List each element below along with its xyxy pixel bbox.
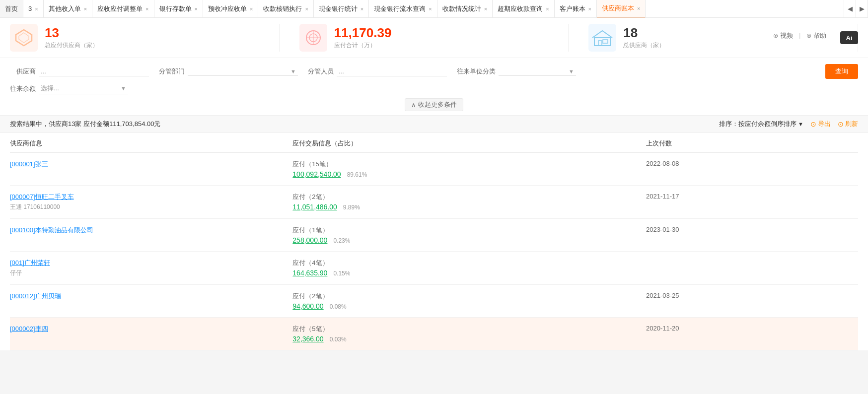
help-link[interactable]: ⊙ 帮助 <box>806 31 826 44</box>
tx-percent: 89.61% <box>347 171 367 178</box>
nav-tab-cash-bank-flow-close[interactable]: × <box>429 6 432 12</box>
nav-tab-customer-ledger[interactable]: 客户账本 × <box>555 0 597 18</box>
tx-amount[interactable]: 32,366.00 <box>292 335 323 343</box>
last-pay-cell: 2020-11-20 <box>646 325 858 332</box>
video-link[interactable]: ⊙ 视频 <box>773 31 793 44</box>
tx-amount[interactable]: 258,000.00 <box>292 236 327 244</box>
nav-tab-other-income[interactable]: 其他收入单 × <box>44 0 92 18</box>
search-button[interactable]: 查询 <box>825 64 858 79</box>
person-input-placeholder: ... <box>339 67 344 75</box>
nav-tab-supplier-ledger-close[interactable]: × <box>637 5 640 11</box>
svg-rect-8 <box>603 40 608 43</box>
stat-value-payable-suppliers: 13 <box>45 26 98 40</box>
tx-percent: 0.23% <box>333 237 350 244</box>
category-select[interactable]: ▼ <box>499 67 576 76</box>
supplier-link[interactable]: [001]广州荣轩 <box>10 259 50 266</box>
tx-percent: 0.15% <box>333 270 350 277</box>
filter-row-1: 供应商 ... 分管部门 ▼ 分管人员 ... 往来单位分类 <box>10 64 858 79</box>
nav-tab-home[interactable]: 首页 <box>0 0 23 18</box>
nav-tab-home-label: 首页 <box>5 4 18 13</box>
supplier-sub: 仔仔 <box>10 269 292 277</box>
dept-filter-label: 分管部门 <box>159 67 185 76</box>
nav-tab-3[interactable]: 3 × <box>23 0 44 18</box>
transaction-cell: 应付（15笔） 100,092,540.00 89.61% <box>292 160 646 178</box>
table-row: [000001]张三 应付（15笔） 100,092,540.00 89.61%… <box>10 153 858 186</box>
table-container: 供应商信息 应付交易信息（占比） 上次付数 [000001]张三 应付（15笔）… <box>0 133 868 350</box>
nav-tab-prepay-ar-close[interactable]: × <box>250 6 253 12</box>
nav-tab-other-income-close[interactable]: × <box>84 6 87 12</box>
stat-icon-grain <box>299 24 327 52</box>
nav-tab-overdue-ar-close[interactable]: × <box>546 6 549 12</box>
last-pay-date: 2022-08-08 <box>646 160 679 167</box>
nav-tab-ar-ap-adjust-label: 应收应付调整单 <box>97 4 143 13</box>
supplier-link[interactable]: [000100]本特勤油品有限公司 <box>10 226 93 234</box>
tx-percent: 0.03% <box>330 336 347 343</box>
table-row: [000007]恒旺二手叉车 王通 17106110000 应付（2笔） 11,… <box>10 186 858 219</box>
supplier-link[interactable]: [000012]广州贝瑞 <box>10 292 61 300</box>
table-row: [000002]李四 应付（5笔） 32,366.00 0.03% 2020-1… <box>10 318 858 350</box>
stat-info-total-suppliers: 18 总供应商（家） <box>623 26 665 50</box>
nav-tab-ar-ap-adjust-close[interactable]: × <box>145 6 148 12</box>
last-pay-cell: 2023-01-30 <box>646 226 858 233</box>
dept-chevron-icon: ▼ <box>290 68 296 74</box>
refresh-label: 刷新 <box>845 120 858 129</box>
col-header-transaction: 应付交易信息（占比） <box>292 139 646 148</box>
refresh-button[interactable]: ⊙ 刷新 <box>838 120 858 129</box>
nav-tab-bank-deposit[interactable]: 银行存款单 × <box>154 0 203 18</box>
supplier-link[interactable]: [000002]李四 <box>10 325 48 332</box>
tx-amount-row: 258,000.00 0.23% <box>292 235 646 244</box>
col-header-last-pay: 上次付数 <box>646 139 858 148</box>
dept-select[interactable]: ▼ <box>188 67 298 76</box>
supplier-info-cell: [000007]恒旺二手叉车 王通 17106110000 <box>10 193 292 211</box>
nav-tab-receipt-stat-label: 收款情况统计 <box>442 4 481 13</box>
supplier-info-cell: [000002]李四 <box>10 325 292 333</box>
nav-tab-bank-deposit-close[interactable]: × <box>195 6 198 12</box>
table-body: [000001]张三 应付（15笔） 100,092,540.00 89.61%… <box>10 153 858 350</box>
nav-tab-cash-bank-stat[interactable]: 现金银行统计 × <box>314 0 369 18</box>
category-chevron-icon: ▼ <box>569 68 574 74</box>
nav-next-arrow[interactable]: ▶ <box>856 0 868 18</box>
nav-prev-arrow[interactable]: ◀ <box>844 0 856 18</box>
nav-tab-receipt-verify-close[interactable]: × <box>305 6 308 12</box>
supplier-link[interactable]: [000001]张三 <box>10 160 48 168</box>
tx-amount[interactable]: 164,635.90 <box>292 269 327 277</box>
supplier-link[interactable]: [000007]恒旺二手叉车 <box>10 193 74 200</box>
nav-tab-customer-ledger-close[interactable]: × <box>588 6 591 12</box>
stats-bar: 13 总应付供应商（家） 11,170.39 应付合计（万） <box>0 18 868 58</box>
tx-amount-row: 100,092,540.00 89.61% <box>292 169 646 178</box>
tx-amount[interactable]: 100,092,540.00 <box>292 170 341 178</box>
stat-icon-store <box>588 24 616 52</box>
category-filter-label: 往来单位分类 <box>457 67 496 76</box>
nav-tab-overdue-ar[interactable]: 超期应收款查询 × <box>493 0 554 18</box>
collapse-button[interactable]: ∧ 收起更多条件 <box>405 98 463 111</box>
filter-item-supplier: 供应商 ... <box>10 66 149 76</box>
nav-tab-ar-ap-adjust[interactable]: 应收应付调整单 × <box>92 0 154 18</box>
tx-label: 应付（15笔） <box>292 160 646 169</box>
supplier-filter-label: 供应商 <box>10 67 36 76</box>
nav-tab-overdue-ar-label: 超期应收款查询 <box>498 4 543 13</box>
nav-tab-receipt-stat[interactable]: 收款情况统计 × <box>437 0 493 18</box>
person-input[interactable] <box>344 67 445 75</box>
nav-tab-bank-deposit-label: 银行存款单 <box>159 4 192 13</box>
last-pay-date: 2021-11-17 <box>646 193 679 200</box>
nav-tab-cash-bank-flow[interactable]: 现金银行流水查询 × <box>369 0 437 18</box>
stat-label-payable-amount: 应付合计（万） <box>334 41 392 50</box>
tx-label: 应付（4笔） <box>292 259 646 267</box>
nav-tab-prepay-ar[interactable]: 预收冲应收单 × <box>203 0 258 18</box>
balance-placeholder: 选择... <box>41 84 59 93</box>
sort-button[interactable]: 排序：按应付余额倒序排序 ▼ <box>719 120 803 129</box>
nav-tab-cash-bank-stat-close[interactable]: × <box>361 6 363 12</box>
nav-tab-receipt-stat-close[interactable]: × <box>484 6 487 12</box>
tx-amount[interactable]: 94,600.00 <box>292 302 323 310</box>
nav-tab-3-close[interactable]: × <box>35 6 38 12</box>
export-button[interactable]: ⊙ 导出 <box>810 120 831 129</box>
tx-amount[interactable]: 11,051,486.00 <box>292 203 337 211</box>
stat-value-payable-amount: 11,170.39 <box>334 26 392 40</box>
nav-tab-receipt-verify[interactable]: 收款核销执行 × <box>258 0 313 18</box>
supplier-input[interactable] <box>46 67 147 75</box>
last-pay-cell: 2021-03-25 <box>646 292 858 299</box>
nav-tab-supplier-ledger[interactable]: 供应商账本 × <box>597 0 646 18</box>
balance-select[interactable]: 选择... ▼ <box>39 83 128 94</box>
ai-button[interactable]: Ai <box>840 31 858 44</box>
nav-tab-cash-bank-flow-label: 现金银行流水查询 <box>374 4 426 13</box>
